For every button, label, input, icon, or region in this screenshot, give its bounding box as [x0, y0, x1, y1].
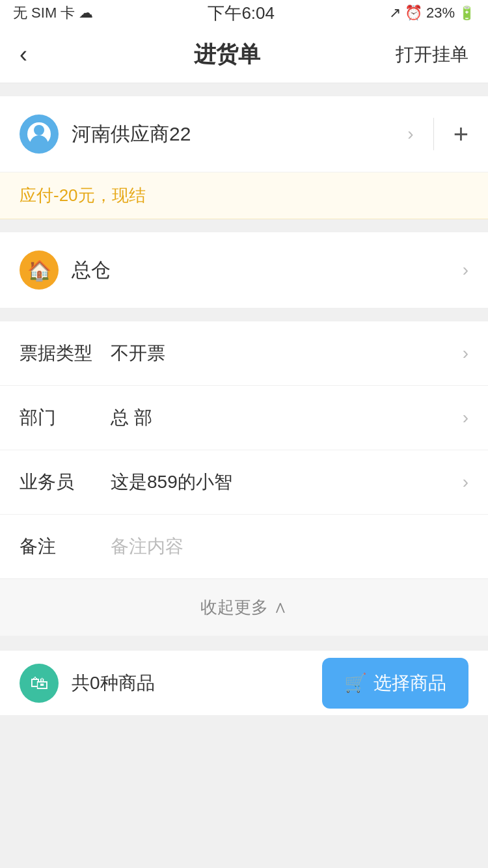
section-gap-4	[0, 636, 488, 649]
warehouse-icon: 🏠	[20, 251, 59, 290]
status-right: ↗ ⏰ 23% 🔋	[389, 5, 475, 21]
salesperson-row[interactable]: 业务员 这是859的小智 ›	[0, 450, 488, 514]
select-label: 选择商品	[373, 671, 446, 696]
remark-label: 备注	[20, 534, 98, 559]
invoice-type-value: 不开票	[98, 341, 463, 366]
avatar-inner	[27, 122, 51, 146]
department-row[interactable]: 部门 总 部 ›	[0, 385, 488, 450]
add-button[interactable]: +	[454, 121, 468, 147]
section-gap-2	[0, 219, 488, 232]
status-time: 下午6:04	[208, 2, 275, 25]
form-card: 票据类型 不开票 › 部门 总 部 › 业务员 这是859的小智 › 备注 备注…	[0, 321, 488, 636]
department-label: 部门	[20, 405, 98, 430]
sim-label: 无 SIM 卡 ☁	[13, 3, 93, 23]
salesperson-label: 业务员	[20, 470, 98, 495]
status-left: 无 SIM 卡 ☁	[13, 3, 93, 23]
supplier-actions: › +	[407, 118, 468, 150]
invoice-type-row[interactable]: 票据类型 不开票 ›	[0, 321, 488, 385]
department-chevron-icon: ›	[463, 407, 468, 428]
notice-bar: 应付-20元，现结	[0, 172, 488, 219]
section-gap-3	[0, 308, 488, 321]
back-button[interactable]: ‹	[20, 41, 59, 68]
invoice-type-chevron-icon: ›	[463, 343, 468, 364]
battery-label: 23%	[426, 5, 455, 21]
remark-row[interactable]: 备注 备注内容	[0, 514, 488, 578]
supplier-row[interactable]: 河南供应商22 › +	[0, 96, 488, 172]
location-icon: ↗	[389, 5, 401, 21]
section-gap-1	[0, 83, 488, 96]
supplier-name: 河南供应商22	[72, 121, 407, 148]
product-icon: 🛍	[20, 664, 59, 703]
alarm-icon: ⏰	[405, 5, 422, 21]
warehouse-card: 🏠 总仓 ›	[0, 232, 488, 308]
salesperson-chevron-icon: ›	[463, 472, 468, 493]
battery-icon: 🔋	[459, 5, 475, 21]
warehouse-row[interactable]: 🏠 总仓 ›	[0, 232, 488, 308]
invoice-type-label: 票据类型	[20, 341, 98, 366]
status-bar: 无 SIM 卡 ☁ 下午6:04 ↗ ⏰ 23% 🔋	[0, 0, 488, 26]
remark-input[interactable]: 备注内容	[98, 534, 468, 559]
supplier-card: 河南供应商22 › + 应付-20元，现结	[0, 96, 488, 219]
select-icon: 🛒	[344, 672, 367, 694]
select-product-button[interactable]: 🛒 选择商品	[322, 658, 468, 709]
bottom-bar: 🛍 共0种商品 🛒 选择商品	[0, 650, 488, 715]
collapse-button[interactable]: 收起更多 ∧	[0, 578, 488, 636]
page-background	[0, 715, 488, 868]
supplier-avatar	[20, 115, 59, 154]
department-value: 总 部	[98, 405, 463, 430]
salesperson-value: 这是859的小智	[98, 470, 463, 495]
page-title: 进货单	[194, 40, 260, 70]
warehouse-name: 总仓	[72, 257, 463, 284]
open-pending-button[interactable]: 打开挂单	[396, 42, 468, 67]
vertical-divider	[433, 118, 434, 150]
nav-bar: ‹ 进货单 打开挂单	[0, 26, 488, 83]
supplier-chevron-icon: ›	[407, 124, 413, 144]
warehouse-chevron-icon: ›	[463, 260, 468, 280]
product-icon-symbol: 🛍	[30, 672, 48, 694]
product-count-text: 共0种商品	[72, 671, 322, 696]
